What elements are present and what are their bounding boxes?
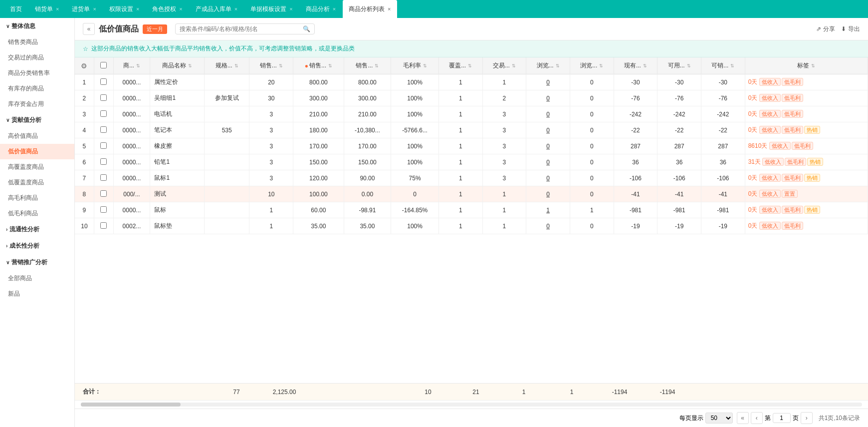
- row-checkbox-cell[interactable]: [94, 202, 113, 218]
- sidebar-item-low-value[interactable]: 低价值商品: [0, 144, 74, 159]
- prev-page-button[interactable]: ‹: [751, 412, 763, 424]
- row-checkbox-cell[interactable]: [94, 154, 113, 170]
- sidebar-item-new-goods[interactable]: 新品: [0, 286, 74, 302]
- sidebar-item-inventory-capital[interactable]: 库存资金占用: [0, 96, 74, 112]
- th-spec[interactable]: 规格...⇅: [204, 57, 249, 74]
- sort-icon[interactable]: ⇅: [811, 63, 815, 68]
- row-checkbox[interactable]: [100, 158, 107, 165]
- nav-role-auth[interactable]: 角色授权 ×: [146, 0, 188, 18]
- horizontal-scrollbar[interactable]: [81, 403, 862, 407]
- row-checkbox-cell[interactable]: [94, 90, 113, 106]
- sort-icon[interactable]: ⇅: [643, 63, 647, 68]
- close-icon[interactable]: ×: [333, 6, 336, 12]
- sidebar-item-category-sales-rate[interactable]: 商品分类销售率: [0, 65, 74, 81]
- close-icon[interactable]: ×: [56, 6, 59, 12]
- browse-link[interactable]: 0: [546, 175, 550, 182]
- nav-home[interactable]: 首页: [4, 0, 28, 18]
- th-sellable-stock[interactable]: 可销...⇅: [701, 57, 745, 74]
- row-checkbox[interactable]: [100, 78, 107, 85]
- sort-icon[interactable]: ⇅: [136, 63, 140, 68]
- th-coverage[interactable]: 覆盖...⇅: [438, 57, 482, 74]
- th-tags[interactable]: 标签⇅: [745, 57, 868, 74]
- sidebar-item-high-coverage[interactable]: 高覆盖度商品: [0, 159, 74, 175]
- nav-purchase-order[interactable]: 进货单 ×: [66, 0, 102, 18]
- nav-product-warehouse[interactable]: 产成品入库单 ×: [190, 0, 243, 18]
- row-checkbox[interactable]: [100, 174, 107, 181]
- row-checkbox[interactable]: [100, 142, 107, 149]
- row-checkbox-cell[interactable]: [94, 74, 113, 90]
- sort-icon[interactable]: ⇅: [328, 63, 332, 68]
- row-checkbox-cell[interactable]: [94, 106, 113, 122]
- first-page-button[interactable]: «: [737, 412, 749, 424]
- sort-icon[interactable]: ⇅: [556, 63, 560, 68]
- sidebar-item-low-margin[interactable]: 低毛利商品: [0, 206, 74, 221]
- time-filter-button[interactable]: 近一月: [143, 24, 167, 34]
- th-sales3[interactable]: 销售...⇅: [344, 57, 391, 74]
- browse-link[interactable]: 0: [546, 143, 550, 150]
- nav-product-analysis-list[interactable]: 商品分析列表 ×: [343, 0, 397, 18]
- sidebar-item-high-value[interactable]: 高价值商品: [0, 128, 74, 144]
- sidebar-group-circulation[interactable]: › 流通性分析: [0, 221, 74, 238]
- sidebar-item-in-stock-goods[interactable]: 有库存的商品: [0, 81, 74, 96]
- search-icon[interactable]: 🔍: [303, 25, 310, 32]
- sidebar-group-growth[interactable]: › 成长性分析: [0, 238, 74, 254]
- sidebar-item-sales-goods[interactable]: 销售类商品: [0, 34, 74, 50]
- per-page-select[interactable]: 50 100 200: [705, 413, 733, 424]
- sort-icon[interactable]: ⇅: [599, 63, 603, 68]
- th-sales1[interactable]: 销售...⇅: [249, 57, 293, 74]
- sort-icon[interactable]: ⇅: [234, 63, 238, 68]
- th-gear[interactable]: ⚙: [75, 57, 94, 74]
- browse-link[interactable]: 0: [546, 95, 550, 102]
- th-margin[interactable]: 毛利率⇅: [391, 57, 439, 74]
- sidebar-item-all-goods[interactable]: 全部商品: [0, 271, 74, 286]
- sort-icon[interactable]: ⇅: [687, 63, 691, 68]
- sort-icon[interactable]: ⇅: [730, 63, 734, 68]
- nav-sales-order[interactable]: 销货单 ×: [29, 0, 65, 18]
- row-checkbox[interactable]: [100, 110, 107, 117]
- row-checkbox-cell[interactable]: [94, 186, 113, 202]
- row-checkbox-cell[interactable]: [94, 138, 113, 154]
- browse-link[interactable]: 0: [546, 223, 550, 230]
- row-checkbox-cell[interactable]: [94, 170, 113, 186]
- page-number-input[interactable]: [773, 413, 791, 423]
- th-current-stock[interactable]: 现有...⇅: [614, 57, 657, 74]
- close-icon[interactable]: ×: [289, 6, 292, 12]
- row-checkbox-cell[interactable]: [94, 218, 113, 234]
- row-checkbox[interactable]: [100, 206, 107, 213]
- browse-link[interactable]: 0: [546, 79, 550, 86]
- row-checkbox[interactable]: [100, 222, 107, 229]
- th-available-stock[interactable]: 可用...⇅: [657, 57, 701, 74]
- th-checkbox[interactable]: [94, 57, 113, 74]
- sidebar-group-marketing[interactable]: ∨ 营销推广分析: [0, 254, 74, 271]
- browse-link[interactable]: 0: [546, 127, 550, 134]
- th-browse1[interactable]: 浏览...⇅: [526, 57, 570, 74]
- nav-template-setting[interactable]: 单据模板设置 ×: [244, 0, 298, 18]
- sort-icon[interactable]: ⇅: [468, 63, 472, 68]
- row-checkbox[interactable]: [100, 126, 107, 133]
- export-button[interactable]: ⬇ 导出: [841, 25, 860, 33]
- browse-link[interactable]: 1: [546, 207, 550, 214]
- browse-link[interactable]: 0: [546, 111, 550, 118]
- th-sales2[interactable]: ●销售...⇅: [293, 57, 344, 74]
- close-icon[interactable]: ×: [93, 6, 96, 12]
- row-checkbox[interactable]: [100, 190, 107, 197]
- next-page-button[interactable]: ›: [801, 412, 813, 424]
- nav-product-analysis[interactable]: 商品分析 ×: [300, 0, 342, 18]
- close-icon[interactable]: ×: [388, 6, 391, 12]
- sort-icon[interactable]: ⇅: [375, 63, 379, 68]
- sort-icon[interactable]: ⇅: [423, 63, 427, 68]
- select-all-checkbox[interactable]: [100, 62, 107, 68]
- browse-link[interactable]: 0: [546, 159, 550, 166]
- table-wrapper[interactable]: ⚙ 商...⇅ 商品名称⇅ 规格...⇅ 销售...⇅ ●销售...⇅ 销售..…: [75, 57, 868, 383]
- search-input[interactable]: [180, 25, 303, 32]
- share-button[interactable]: ⇗ 分享: [816, 25, 835, 33]
- browse-link[interactable]: 0: [546, 191, 550, 198]
- search-box[interactable]: 🔍: [175, 23, 315, 34]
- close-icon[interactable]: ×: [234, 6, 237, 12]
- close-icon[interactable]: ×: [179, 6, 182, 12]
- sidebar-item-low-coverage[interactable]: 低覆盖度商品: [0, 175, 74, 190]
- sort-icon[interactable]: ⇅: [279, 63, 283, 68]
- sort-icon[interactable]: ⇅: [188, 63, 192, 68]
- nav-permission[interactable]: 权限设置 ×: [103, 0, 145, 18]
- row-checkbox[interactable]: [100, 94, 107, 101]
